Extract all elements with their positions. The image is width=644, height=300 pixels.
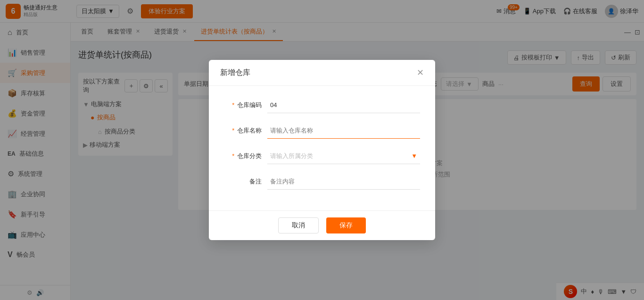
remark-input[interactable] — [267, 174, 420, 190]
modal-new-warehouse: 新增仓库 ✕ * 仓库编码 * 仓库名称 — [209, 60, 435, 240]
category-label: * 仓库分类 — [224, 152, 262, 160]
required-mark-name: * — [232, 127, 234, 134]
code-input[interactable] — [267, 97, 420, 113]
name-label: * 仓库名称 — [224, 126, 262, 135]
form-row-remark: 备注 — [224, 174, 420, 190]
category-placeholder: 请输入所属分类 — [270, 152, 313, 160]
save-button[interactable]: 保存 — [326, 217, 366, 233]
category-dropdown-icon: ▼ — [411, 152, 417, 159]
code-label: * 仓库编码 — [224, 101, 262, 109]
modal-body: * 仓库编码 * 仓库名称 * 仓库分类 请输入所属 — [209, 86, 435, 210]
name-input[interactable] — [267, 123, 420, 139]
required-mark: * — [232, 101, 234, 108]
remark-label: 备注 — [224, 177, 262, 186]
category-select[interactable]: 请输入所属分类 ▼ — [267, 148, 420, 164]
modal-footer: 取消 保存 — [209, 210, 435, 240]
modal-overlay[interactable]: 新增仓库 ✕ * 仓库编码 * 仓库名称 — [0, 0, 644, 300]
modal-title: 新增仓库 — [220, 68, 250, 78]
required-mark-category: * — [232, 152, 234, 159]
modal-header: 新增仓库 ✕ — [209, 60, 435, 86]
cancel-button[interactable]: 取消 — [278, 217, 319, 233]
modal-close-btn[interactable]: ✕ — [417, 67, 424, 78]
form-row-name: * 仓库名称 — [224, 123, 420, 139]
form-row-code: * 仓库编码 — [224, 97, 420, 113]
form-row-category: * 仓库分类 请输入所属分类 ▼ — [224, 148, 420, 164]
